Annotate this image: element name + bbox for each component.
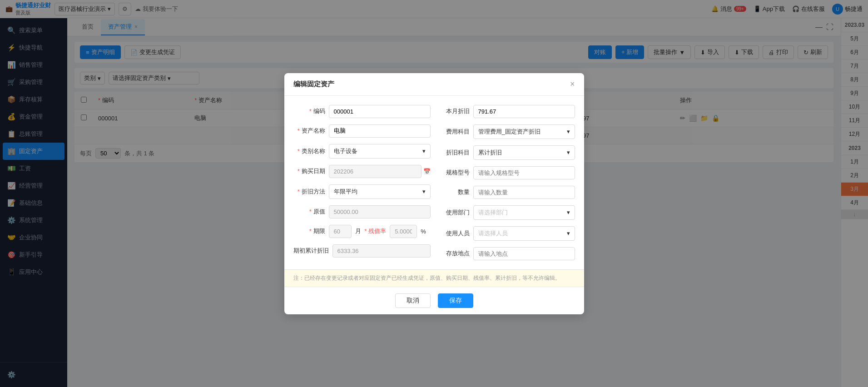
monthly-dep-label-text: 本月折旧 xyxy=(446,108,470,114)
purchase-date-label-text: 购买日期 xyxy=(302,168,325,174)
save-button[interactable]: 保存 xyxy=(438,293,473,308)
dep-method-label: * 折旧方法 xyxy=(293,188,325,196)
form-item-category: * 类别名称 电子设备 ▾ xyxy=(293,144,431,159)
person-select[interactable]: 请选择人员 ▾ xyxy=(473,226,575,241)
dep-account-chevron-icon: ▾ xyxy=(567,149,570,156)
form-row-location: 存放地点 xyxy=(438,247,575,260)
expense-account-label: 费用科目 xyxy=(438,128,470,136)
form-item-spec: 规格型号 xyxy=(438,166,575,179)
modal-header: 编辑固定资产 × xyxy=(284,73,584,96)
period-unit: 月 xyxy=(355,227,361,235)
calendar-icon[interactable]: 📅 xyxy=(423,168,431,175)
required-star3: * xyxy=(298,148,300,154)
dep-method-label-text: 折旧方法 xyxy=(302,188,325,195)
name-label: * 资产名称 xyxy=(293,127,325,135)
dep-account-label: 折旧科目 xyxy=(438,149,470,157)
required-star4: * xyxy=(298,168,300,174)
department-label: 使用部门 xyxy=(438,208,470,217)
required-star5: * xyxy=(298,188,300,195)
modal-close-button[interactable]: × xyxy=(570,79,575,89)
purchase-date-row: 📅 xyxy=(329,165,431,178)
form-item-original-value: * 原值 xyxy=(293,205,431,218)
person-chevron-icon: ▾ xyxy=(567,230,570,237)
required-star2: * xyxy=(298,127,300,134)
form-row-period-residual: * 期限 月 * 残值率 % xyxy=(293,225,431,238)
purchase-date-input xyxy=(329,165,422,178)
form-row-category: * 类别名称 电子设备 ▾ xyxy=(293,144,431,159)
category-label-text: 类别名称 xyxy=(302,148,325,154)
form-row-dep-method: * 折旧方法 年限平均 ▾ xyxy=(293,184,431,199)
form-item-purchase-date: * 购买日期 📅 xyxy=(293,165,431,178)
initial-dep-input xyxy=(332,244,431,258)
dep-method-select[interactable]: 年限平均 ▾ xyxy=(329,184,431,199)
monthly-dep-input[interactable] xyxy=(473,105,575,118)
form-row-department: 使用部门 请选择部门 ▾ xyxy=(438,205,575,220)
initial-dep-label-text: 期初累计折旧 xyxy=(293,247,329,254)
form-row-initial-dep: 期初累计折旧 xyxy=(293,244,431,258)
dep-account-select[interactable]: 累计折旧 ▾ xyxy=(473,145,575,160)
spec-label: 规格型号 xyxy=(438,169,470,177)
form-row-code: * 编码 xyxy=(293,105,431,118)
category-form-label: * 类别名称 xyxy=(293,147,325,155)
spec-input[interactable] xyxy=(473,166,575,179)
quantity-label-text: 数量 xyxy=(458,189,470,195)
original-value-label: * 原值 xyxy=(293,208,325,216)
location-input[interactable] xyxy=(473,247,575,260)
form-row-person: 使用人员 请选择人员 ▾ xyxy=(438,226,575,241)
modal-footer: 取消 保存 xyxy=(284,287,584,314)
form-item-quantity: 数量 xyxy=(438,186,575,199)
form-left-column: * 编码 * 资产名称 xyxy=(293,105,431,260)
original-value-input xyxy=(329,205,431,218)
name-label-text: 资产名称 xyxy=(302,127,325,134)
form-row-expense-account: 费用科目 管理费用_固定资产折旧 ▾ xyxy=(438,124,575,139)
quantity-input[interactable] xyxy=(473,186,575,199)
residual-rate-label: * 残值率 xyxy=(365,227,387,235)
form-item-name: * 资产名称 xyxy=(293,124,431,138)
person-label-text: 使用人员 xyxy=(446,230,470,237)
form-item-initial-dep: 期初累计折旧 xyxy=(293,244,431,258)
form-item-monthly-dep: 本月折旧 xyxy=(438,105,575,118)
form-row-quantity: 数量 xyxy=(438,186,575,199)
modal-note-text: 注：已经存在变更记录或者对应固定资产已经生成凭证，原值、购买日期、残值率、累计折… xyxy=(293,275,560,281)
form-item-dep-method: * 折旧方法 年限平均 ▾ xyxy=(293,184,431,199)
code-input[interactable] xyxy=(329,105,431,118)
spec-label-text: 规格型号 xyxy=(446,169,470,176)
residual-rate-input xyxy=(390,225,417,238)
department-placeholder: 请选择部门 xyxy=(478,208,508,217)
department-chevron-icon: ▾ xyxy=(567,209,570,216)
expense-account-value: 管理费用_固定资产折旧 xyxy=(478,128,541,136)
name-input[interactable] xyxy=(329,124,431,138)
person-label: 使用人员 xyxy=(438,229,470,238)
modal-overlay: 编辑固定资产 × * 编码 xyxy=(0,0,868,387)
form-item-person: 使用人员 请选择人员 ▾ xyxy=(438,226,575,241)
modal-note: 注：已经存在变更记录或者对应固定资产已经生成凭证，原值、购买日期、残值率、累计折… xyxy=(284,269,584,287)
expense-account-chevron-icon: ▾ xyxy=(567,128,570,135)
cancel-button[interactable]: 取消 xyxy=(395,293,431,308)
form-right-column: 本月折旧 费用科目 管理费用_固定资产折旧 xyxy=(438,105,575,260)
dep-account-value: 累计折旧 xyxy=(478,149,502,157)
category-chevron-icon: ▾ xyxy=(422,148,426,154)
form-item-expense-account: 费用科目 管理费用_固定资产折旧 ▾ xyxy=(438,124,575,139)
location-label-text: 存放地点 xyxy=(446,250,470,257)
required-star: * xyxy=(309,108,312,114)
dep-method-chevron-icon: ▾ xyxy=(422,188,426,195)
form-row-monthly-dep: 本月折旧 xyxy=(438,105,575,118)
code-label-text: 编码 xyxy=(313,108,325,114)
dep-account-label-text: 折旧科目 xyxy=(446,149,470,156)
form-row-spec: 规格型号 xyxy=(438,166,575,179)
category-select-input[interactable]: 电子设备 ▾ xyxy=(329,144,431,159)
department-select[interactable]: 请选择部门 ▾ xyxy=(473,205,575,220)
form-row-purchase-date: * 购买日期 📅 xyxy=(293,165,431,178)
code-label: * 编码 xyxy=(293,107,325,115)
residual-rate-unit: % xyxy=(421,228,426,235)
initial-dep-label: 期初累计折旧 xyxy=(293,247,329,255)
form-item-department: 使用部门 请选择部门 ▾ xyxy=(438,205,575,220)
location-label: 存放地点 xyxy=(438,249,470,258)
form-item-period-residual: * 期限 月 * 残值率 % xyxy=(293,225,431,238)
form-grid: * 编码 * 资产名称 xyxy=(293,105,575,260)
department-label-text: 使用部门 xyxy=(446,209,470,216)
expense-account-select[interactable]: 管理费用_固定资产折旧 ▾ xyxy=(473,124,575,139)
form-item-dep-account: 折旧科目 累计折旧 ▾ xyxy=(438,145,575,160)
period-label: * 期限 xyxy=(293,227,325,235)
original-value-label-text: 原值 xyxy=(313,208,325,215)
